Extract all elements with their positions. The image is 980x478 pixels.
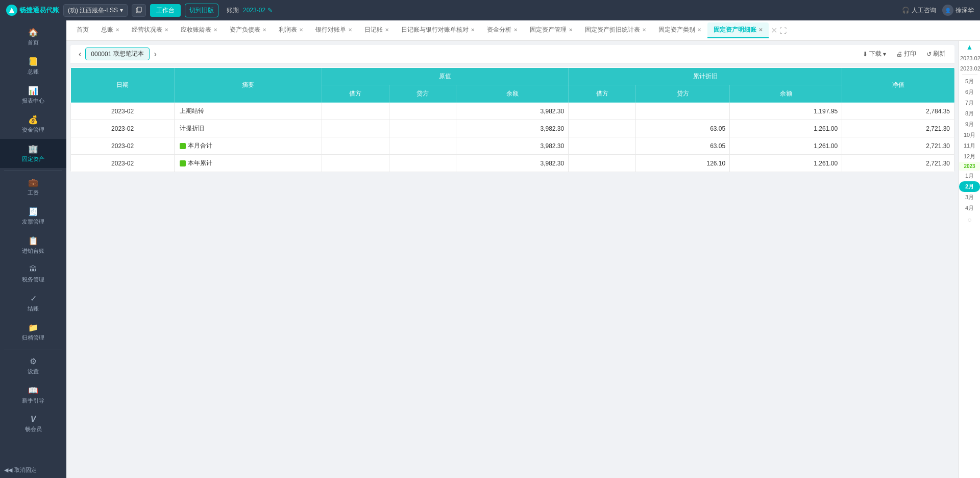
sidebar: 🏠 首页 📒 总账 📊 报表中心 💰 资金管理 🏢 固定资产 💼 [0,20,66,478]
right-month-9[interactable]: 9月 [959,119,980,130]
tab-close-reconcile[interactable]: ✕ [471,27,475,33]
tab-ledger[interactable]: 总账 ✕ [95,22,126,38]
right-month-12[interactable]: 12月 [959,151,980,162]
right-month-11[interactable]: 11月 [959,140,980,151]
sidebar-item-report[interactable]: 📊 报表中心 [0,81,66,110]
sidebar-item-guide[interactable]: 📖 新手引导 [0,380,66,410]
report-icon: 📊 [28,86,38,95]
sidebar-item-fixed-assets[interactable]: 🏢 固定资产 [0,139,66,168]
switch-version-button[interactable]: 切到旧版 [185,4,218,17]
asset-tag[interactable]: 000001 联想笔记本 [85,47,150,60]
tab-close-fa-type[interactable]: ✕ [697,27,701,33]
right-month-10[interactable]: 10月 [959,130,980,140]
right-scroll-down-button[interactable]: ○ [965,213,973,226]
right-month-3[interactable]: 3月 [959,192,980,203]
right-month-5[interactable]: 5月 [959,76,980,87]
right-year-2023-top2[interactable]: 2023.02 [959,63,980,74]
tab-close-balance[interactable]: ✕ [262,27,266,33]
period-edit-icon[interactable]: ✎ [267,7,273,14]
tab-close-receivable[interactable]: ✕ [213,27,217,33]
asset-nav-prev[interactable]: ‹ [77,50,83,59]
sidebar-item-close[interactable]: ✓ 结账 [0,289,66,318]
print-button[interactable]: 🖨 打印 [893,48,919,60]
pin-button[interactable]: ◀◀ 取消固定 [0,462,66,478]
tab-close-fa-detail[interactable]: ✕ [758,27,763,33]
sidebar-item-archive[interactable]: 📁 归档管理 [0,318,66,347]
tab-journal[interactable]: 日记账 ✕ [358,22,395,38]
payroll-icon: 💼 [28,178,38,187]
tab-close-fa-depr[interactable]: ✕ [642,27,646,33]
th-original-value: 原值 [322,68,568,85]
workbench-button[interactable]: 工作台 [150,4,181,17]
tab-profit[interactable]: 利润表 ✕ [273,22,309,38]
sidebar-item-invoice[interactable]: 🧾 发票管理 [0,202,66,231]
sidebar-item-ledger[interactable]: 📒 总账 [0,52,66,81]
green-tag-icon [180,143,186,149]
tab-close-fa-manage[interactable]: ✕ [569,27,573,33]
tab-home[interactable]: 首页 [70,22,95,38]
tab-close-ledger[interactable]: ✕ [115,27,119,33]
tab-fa-depr[interactable]: 固定资产折旧统计表 ✕ [579,22,652,38]
tab-fund[interactable]: 资金分析 ✕ [481,22,524,38]
cell-orig-credit [389,103,456,120]
right-month-7[interactable]: 7月 [959,98,980,108]
sidebar-item-finance[interactable]: 💰 资金管理 [0,110,66,139]
right-month-8[interactable]: 8月 [959,108,980,119]
copy-button[interactable] [132,4,146,17]
download-button[interactable]: ⬇ 下载 ▾ [860,48,889,60]
cell-depr-credit: 126.10 [636,155,730,172]
avatar: 👤 [942,5,953,16]
refresh-button[interactable]: ↺ 刷新 [923,48,948,60]
cell-summary: 本月合计 [175,137,322,155]
sidebar-item-member[interactable]: V 畅会员 [0,410,66,438]
tab-fa-type[interactable]: 固定资产类别 ✕ [652,22,707,38]
close-all-button[interactable]: ✕ [771,26,777,35]
sidebar-item-label: 税务管理 [22,276,44,283]
tab-fa-detail[interactable]: 固定资产明细账 ✕ [707,22,769,38]
right-month-4[interactable]: 4月 [959,203,980,213]
cell-date: 2023-02 [71,103,175,120]
tab-close-bizstatus[interactable]: ✕ [164,27,168,33]
consult-link[interactable]: 🎧 人工咨询 [902,6,936,15]
cell-depr-credit: 63.05 [636,137,730,155]
maximize-button[interactable]: ⛶ [779,27,787,35]
cell-depr-debit [569,137,636,155]
cell-date: 2023-02 [71,137,175,155]
tab-balance[interactable]: 资产负债表 ✕ [224,22,273,38]
tab-close-journal[interactable]: ✕ [385,27,389,33]
tab-close-fund[interactable]: ✕ [513,27,518,33]
home-icon: 🏠 [28,28,38,37]
right-year-current[interactable]: 2023 [959,162,980,171]
sidebar-item-payroll[interactable]: 💼 工资 [0,173,66,202]
tab-fa-manage[interactable]: 固定资产管理 ✕ [524,22,579,38]
right-scroll-up-button[interactable]: ▲ [964,41,975,53]
tab-bizstatus[interactable]: 经营状况表 ✕ [126,22,175,38]
sidebar-item-home[interactable]: 🏠 首页 [0,22,66,52]
th-net-value: 净值 [842,68,954,103]
period-label: 账期 2023-02 ✎ [227,6,273,15]
right-month-2-active[interactable]: 2月 [959,181,980,192]
company-selector[interactable]: (劝) 江西服垒-LSS ▾ [63,4,128,17]
tab-close-bank[interactable]: ✕ [348,27,352,33]
right-month-6[interactable]: 6月 [959,87,980,98]
tab-reconcile[interactable]: 日记账与银行对账单核对 ✕ [395,22,481,38]
user-menu[interactable]: 👤 徐涿华 [942,5,974,16]
asset-nav-next[interactable]: › [152,50,158,59]
sidebar-item-label: 新手引导 [22,397,44,404]
tab-bank[interactable]: 银行对账单 ✕ [309,22,358,38]
asset-name: 联想笔记本 [113,50,144,58]
tab-close-profit[interactable]: ✕ [299,27,303,33]
right-panel-divider [962,75,977,75]
download-icon: ⬇ [863,51,868,58]
right-year-2023-top[interactable]: 2023.02 [959,53,980,63]
cell-depr-balance: 1,261.00 [730,137,842,155]
sidebar-item-settings[interactable]: ⚙ 设置 [0,351,66,380]
member-icon: V [31,415,36,424]
svg-rect-1 [137,7,141,12]
sidebar-item-label: 进销台账 [22,247,44,255]
tab-receivable[interactable]: 应收账龄表 ✕ [175,22,224,38]
sidebar-item-sales[interactable]: 📋 进销台账 [0,231,66,260]
right-month-1[interactable]: 1月 [959,171,980,181]
sidebar-item-tax[interactable]: 🏛 税务管理 [0,260,66,289]
sidebar-item-label: 工资 [28,189,39,197]
